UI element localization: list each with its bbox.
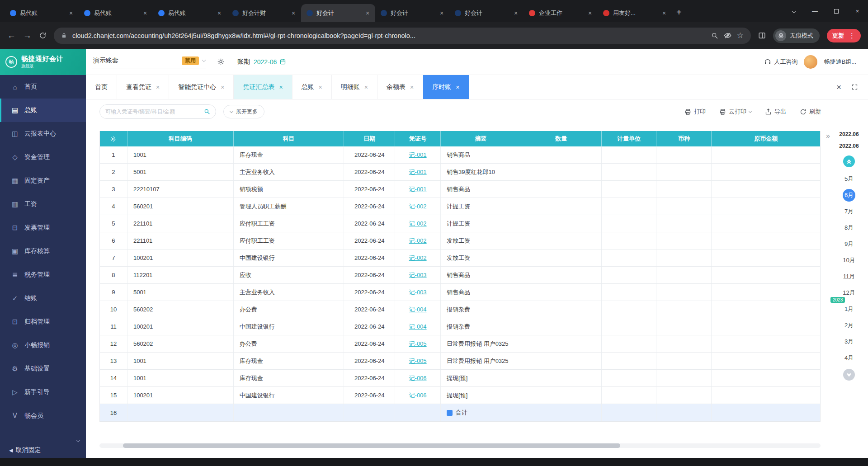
voucher-link[interactable]: 记-006: [409, 374, 427, 382]
voucher-link[interactable]: 记-005: [409, 357, 427, 365]
expand-more-button[interactable]: 展开更多: [223, 105, 264, 118]
voucher-link[interactable]: 记-005: [409, 340, 427, 348]
voucher-link[interactable]: 记-002: [409, 202, 427, 211]
reload-button[interactable]: [39, 32, 47, 39]
voucher-link[interactable]: 记-002: [409, 237, 427, 245]
app-tab-close-icon[interactable]: ×: [156, 84, 160, 91]
month-item[interactable]: 8月: [833, 220, 865, 236]
table-row[interactable]: 14 1001 库存现金 2022-06-24 记-006 提现[预]: [100, 370, 820, 387]
table-row[interactable]: 13 1001 库存现金 2022-06-24 记-005 日常费用报销 用户0…: [100, 353, 820, 370]
search-icon[interactable]: [711, 32, 718, 39]
app-tab-close-icon[interactable]: ×: [279, 84, 283, 91]
voucher-link[interactable]: 记-002: [409, 254, 427, 262]
sidebar-item[interactable]: ✓ 结账: [0, 287, 86, 310]
sidebar-item[interactable]: ▷ 新手引导: [0, 381, 86, 404]
search-input[interactable]: [105, 108, 200, 115]
table-row[interactable]: 6 221101 应付职工工资 2022-06-24 记-002 发放工资: [100, 232, 820, 249]
tab-close-icon[interactable]: ×: [141, 9, 149, 17]
app-tab-close-icon[interactable]: ×: [410, 84, 414, 91]
tab-close-icon[interactable]: ×: [438, 9, 446, 17]
fullscreen-icon[interactable]: [851, 84, 858, 90]
sidebar-item[interactable]: ◇ 资金管理: [0, 146, 86, 169]
table-row[interactable]: 10 560202 办公费 2022-06-24 记-004 报销杂费: [100, 301, 820, 318]
user-name[interactable]: 畅捷通B组...: [824, 58, 856, 66]
app-tab-close-icon[interactable]: ×: [221, 84, 224, 91]
month-item[interactable]: 9月: [833, 236, 865, 252]
sidebar-scroll-down-icon[interactable]: [77, 435, 86, 442]
sidebar-item[interactable]: ▥ 工资: [0, 193, 86, 216]
sidebar-item[interactable]: ◎ 小畅报销: [0, 334, 86, 357]
table-settings-gear-icon[interactable]: [100, 131, 127, 146]
close-all-tabs-icon[interactable]: ×: [836, 82, 841, 92]
month-item[interactable]: 7月: [833, 203, 865, 220]
table-row[interactable]: 1 1001 库存现金 2022-06-24 记-001 销售商品: [100, 146, 820, 164]
settings-gear-icon[interactable]: [217, 58, 225, 66]
magnifier-icon[interactable]: [204, 108, 210, 115]
month-item[interactable]: 5月: [833, 171, 865, 187]
address-bar[interactable]: cloud2.chanjet.com/accounting/uh26t264j5…: [54, 28, 751, 44]
app-tab[interactable]: 首页 ×: [86, 75, 117, 99]
close-window-button[interactable]: ×: [847, 0, 868, 22]
browser-tab[interactable]: 好会计财 ×: [227, 4, 301, 22]
support-button[interactable]: 人工咨询: [764, 58, 797, 66]
period-picker[interactable]: 2022-06: [254, 58, 286, 66]
app-tab[interactable]: 凭证汇总表 ×: [234, 75, 292, 99]
sidebar-item[interactable]: ⚙ 基础设置: [0, 357, 86, 381]
month-item[interactable]: 2月: [833, 317, 865, 334]
app-tab[interactable]: 智能凭证中心 ×: [169, 75, 234, 99]
browser-tab[interactable]: 好会计 ×: [301, 4, 375, 22]
month-item[interactable]: 10月: [833, 252, 865, 268]
voucher-link[interactable]: 记-001: [409, 185, 427, 193]
sidebar-item[interactable]: ▦ 固定资产: [0, 169, 86, 193]
app-tab-close-icon[interactable]: ×: [319, 84, 322, 91]
eye-off-icon[interactable]: [724, 32, 731, 39]
app-tab-close-icon[interactable]: ×: [364, 84, 368, 91]
table-row[interactable]: 2 5001 主营业务收入 2022-06-24 记-001 销售39度红花郎1…: [100, 164, 820, 181]
browser-tab[interactable]: 易代账 ×: [153, 4, 227, 22]
month-item[interactable]: 11月: [833, 268, 865, 285]
voucher-link[interactable]: 记-003: [409, 271, 427, 279]
sidebar-item[interactable]: ⊟ 发票管理: [0, 216, 86, 240]
tab-close-icon[interactable]: ×: [363, 9, 372, 17]
unpin-sidebar-button[interactable]: ◀ 取消固定: [0, 442, 86, 458]
app-tab[interactable]: 余额表 ×: [377, 75, 423, 99]
voucher-link[interactable]: 记-002: [409, 220, 427, 228]
voucher-link[interactable]: 记-004: [409, 306, 427, 314]
scrollbar-thumb[interactable]: [123, 443, 620, 448]
sidebar-item[interactable]: ◫ 云报表中心: [0, 122, 86, 146]
side-panel-icon[interactable]: [758, 32, 766, 39]
sidebar-item[interactable]: ▣ 库存核算: [0, 240, 86, 263]
browser-tab[interactable]: 易代账 ×: [79, 4, 153, 22]
app-tab[interactable]: 总账 ×: [292, 75, 332, 99]
maximize-button[interactable]: [826, 0, 847, 22]
table-row[interactable]: 7 100201 中国建设银行 2022-06-24 记-002 发放工资: [100, 249, 820, 267]
new-tab-button[interactable]: +: [676, 7, 682, 18]
month-item[interactable]: 4月: [833, 350, 865, 366]
disabled-badge[interactable]: 禁用: [182, 56, 199, 65]
forward-button[interactable]: →: [23, 31, 32, 41]
collapse-month-panel-icon[interactable]: »: [826, 132, 830, 140]
browser-tab[interactable]: 好会计 ×: [449, 4, 524, 22]
voucher-link[interactable]: 记-006: [409, 391, 427, 400]
table-row[interactable]: 12 560202 办公费 2022-06-24 记-005 日常费用报销 用户…: [100, 335, 820, 353]
tab-close-icon[interactable]: ×: [586, 9, 594, 17]
tab-close-icon[interactable]: ×: [289, 9, 297, 17]
table-row[interactable]: 3 22210107 销项税额 2022-06-24 记-001 销售商品: [100, 181, 820, 198]
app-tab[interactable]: 查看凭证 ×: [117, 75, 169, 99]
table-row[interactable]: 4 560201 管理人员职工薪酬 2022-06-24 记-002 计提工资: [100, 198, 820, 215]
user-avatar[interactable]: [804, 55, 817, 69]
browser-menu-icon[interactable]: ⋮: [849, 32, 855, 40]
browser-tab[interactable]: 易代账 ×: [5, 4, 79, 22]
bookmark-star-icon[interactable]: ☆: [737, 31, 744, 40]
back-button[interactable]: ←: [7, 31, 16, 41]
browser-tab[interactable]: 用友好... ×: [598, 4, 672, 22]
scroll-months-up-button[interactable]: [843, 155, 855, 167]
scroll-months-down-button[interactable]: [843, 369, 855, 381]
update-button[interactable]: 更新 ⋮: [827, 29, 861, 42]
tab-close-icon[interactable]: ×: [660, 9, 668, 17]
month-item[interactable]: 6月: [833, 187, 865, 203]
app-tab-close-icon[interactable]: ×: [456, 84, 459, 91]
tab-search-chevron-icon[interactable]: [783, 0, 804, 22]
browser-tab[interactable]: 企业工作 ×: [524, 4, 598, 22]
voucher-link[interactable]: 记-001: [409, 151, 427, 159]
